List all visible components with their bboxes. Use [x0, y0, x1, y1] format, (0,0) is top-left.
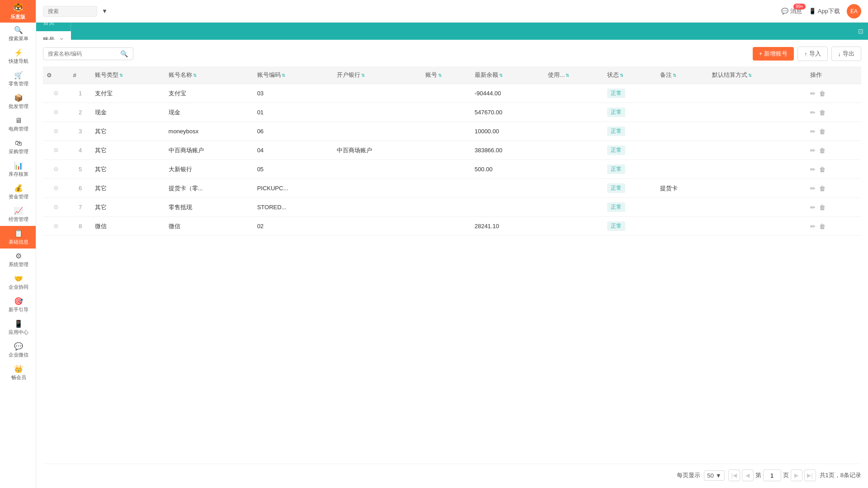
- import-icon: ↑: [804, 51, 807, 57]
- tab-home[interactable]: 首页: [36, 14, 71, 31]
- sidebar-item-purchase-mgmt[interactable]: 🛍采购管理: [0, 136, 36, 158]
- row-gear-0[interactable]: ⚙: [43, 84, 69, 103]
- edit-button-0[interactable]: ✏: [810, 90, 816, 97]
- col-header-account[interactable]: 账号⇅: [422, 66, 471, 84]
- col-header-type[interactable]: 账号类型⇅: [91, 66, 165, 84]
- avatar[interactable]: EA: [847, 4, 861, 19]
- tab-maximize-button[interactable]: ⊡: [854, 28, 868, 35]
- edit-button-6[interactable]: ✏: [810, 204, 816, 211]
- sidebar-icon-operation-mgmt: 📈: [14, 206, 23, 215]
- sidebar-item-app-center[interactable]: 📱应用中心: [0, 316, 36, 339]
- sidebar-item-search-menu[interactable]: 🔍搜索菜单: [0, 23, 36, 45]
- delete-button-1[interactable]: 🗑: [819, 109, 826, 116]
- delete-button-4[interactable]: 🗑: [819, 166, 826, 173]
- row-default-settle-0: [708, 84, 807, 103]
- gear-icon[interactable]: ⚙: [47, 72, 52, 79]
- row-bank-0: [333, 84, 422, 103]
- col-header-name[interactable]: 账号名称⇅: [165, 66, 254, 84]
- row-gear-3[interactable]: ⚙: [43, 141, 69, 160]
- row-gear-5[interactable]: ⚙: [43, 179, 69, 198]
- add-account-button[interactable]: + 新增账号: [753, 47, 794, 61]
- row-action-6[interactable]: ✏🗑: [807, 198, 861, 217]
- row-gear-1[interactable]: ⚙: [43, 103, 69, 122]
- sort-icon-name: ⇅: [193, 73, 197, 78]
- delete-button-7[interactable]: 🗑: [819, 223, 826, 230]
- col-header-balance[interactable]: 最新余额⇅: [471, 66, 545, 84]
- edit-button-2[interactable]: ✏: [810, 128, 816, 135]
- row-action-3[interactable]: ✏🗑: [807, 141, 861, 160]
- col-header-default_settle[interactable]: 默认结算方式⇅: [708, 66, 807, 84]
- row-code-0: 03: [254, 84, 334, 103]
- sidebar-item-new-guide[interactable]: 🎯新手引导: [0, 294, 36, 316]
- app-download-icon: 📱: [809, 8, 816, 14]
- import-button[interactable]: ↑ 导入: [797, 47, 828, 61]
- page-size-select[interactable]: 50 ▼: [704, 470, 724, 481]
- col-header-remark[interactable]: 备注⇅: [656, 66, 708, 84]
- edit-button-3[interactable]: ✏: [810, 147, 816, 154]
- sidebar-item-operation-mgmt[interactable]: 📈经营管理: [0, 203, 36, 226]
- edit-button-4[interactable]: ✏: [810, 166, 816, 173]
- sidebar-label-search-menu: 搜索菜单: [9, 35, 28, 42]
- delete-button-6[interactable]: 🗑: [819, 204, 826, 211]
- prev-page-button[interactable]: ◀: [742, 469, 754, 481]
- page-number-input[interactable]: [763, 469, 781, 481]
- row-remark-1: [656, 103, 708, 122]
- row-gear-6[interactable]: ⚙: [43, 198, 69, 217]
- col-header-usage[interactable]: 使用...⇅: [544, 66, 604, 84]
- row-action-0[interactable]: ✏🗑: [807, 84, 861, 103]
- sidebar-item-basic-info[interactable]: 📋基础信息: [0, 226, 36, 249]
- row-status-0: 正常: [604, 84, 656, 103]
- first-page-button[interactable]: |◀: [728, 469, 740, 481]
- sidebar: 🐯 乐意版 🔍搜索菜单⚡快捷导航🛒零售管理📦批发管理🖥电商管理🛍采购管理📊库存核…: [0, 0, 36, 488]
- edit-button-5[interactable]: ✏: [810, 185, 816, 192]
- sidebar-item-quick-nav[interactable]: ⚡快捷导航: [0, 45, 36, 68]
- last-page-button[interactable]: ▶|: [804, 469, 816, 481]
- search-input[interactable]: [48, 51, 120, 57]
- row-name-5: 提货卡（零...: [165, 179, 254, 198]
- row-bank-1: [333, 103, 422, 122]
- edit-button-7[interactable]: ✏: [810, 223, 816, 230]
- search-icon[interactable]: 🔍: [120, 50, 128, 57]
- sidebar-item-ecommerce-mgmt[interactable]: 🖥电商管理: [0, 113, 36, 136]
- row-name-7: 微信: [165, 217, 254, 236]
- delete-button-5[interactable]: 🗑: [819, 185, 826, 192]
- row-bank-4: [333, 160, 422, 179]
- col-header-code[interactable]: 账号编码⇅: [254, 66, 334, 84]
- row-account-0: [422, 84, 471, 103]
- row-action-4[interactable]: ✏🗑: [807, 160, 861, 179]
- app-download-button[interactable]: 📱 App下载: [809, 7, 840, 15]
- row-action-2[interactable]: ✏🗑: [807, 122, 861, 141]
- row-default-settle-7: [708, 217, 807, 236]
- delete-button-0[interactable]: 🗑: [819, 90, 826, 97]
- edit-button-1[interactable]: ✏: [810, 109, 816, 116]
- row-gear-2[interactable]: ⚙: [43, 122, 69, 141]
- row-action-7[interactable]: ✏🗑: [807, 217, 861, 236]
- sidebar-item-enterprise-agreement[interactable]: 🤝企业协同: [0, 271, 36, 294]
- row-gear-4[interactable]: ⚙: [43, 160, 69, 179]
- col-header-status[interactable]: 状态⇅: [604, 66, 656, 84]
- row-default-settle-1: [708, 103, 807, 122]
- col-header-bank[interactable]: 开户银行⇅: [333, 66, 422, 84]
- delete-button-3[interactable]: 🗑: [819, 147, 826, 154]
- row-gear-7[interactable]: ⚙: [43, 217, 69, 236]
- row-action-5[interactable]: ✏🗑: [807, 179, 861, 198]
- row-default-settle-5: [708, 179, 807, 198]
- row-bank-3: 中百商场账户: [333, 141, 422, 160]
- row-code-5: PICKUPC...: [254, 179, 334, 198]
- row-remark-3: [656, 141, 708, 160]
- export-button[interactable]: ↓ 导出: [831, 47, 862, 61]
- row-balance-2: 10000.00: [471, 122, 545, 141]
- sidebar-item-enterprise-wechat[interactable]: 💬企业微信: [0, 339, 36, 361]
- sidebar-item-system-mgmt[interactable]: ⚙系统管理: [0, 249, 36, 271]
- topbar-dropdown[interactable]: ▼: [102, 8, 108, 14]
- row-remark-5: 提货卡: [656, 179, 708, 198]
- sidebar-item-wholesale-mgmt[interactable]: 📦批发管理: [0, 90, 36, 113]
- notification-button[interactable]: 💬 消息 99+: [781, 7, 802, 15]
- next-page-button[interactable]: ▶: [791, 469, 802, 481]
- sidebar-item-retail-mgmt[interactable]: 🛒零售管理: [0, 68, 36, 90]
- sidebar-item-finance-mgmt[interactable]: 💰资金管理: [0, 181, 36, 203]
- sidebar-item-inventory[interactable]: 📊库存核算: [0, 158, 36, 181]
- row-action-1[interactable]: ✏🗑: [807, 103, 861, 122]
- delete-button-2[interactable]: 🗑: [819, 128, 826, 135]
- sidebar-item-member[interactable]: 👑畅会员: [0, 361, 36, 384]
